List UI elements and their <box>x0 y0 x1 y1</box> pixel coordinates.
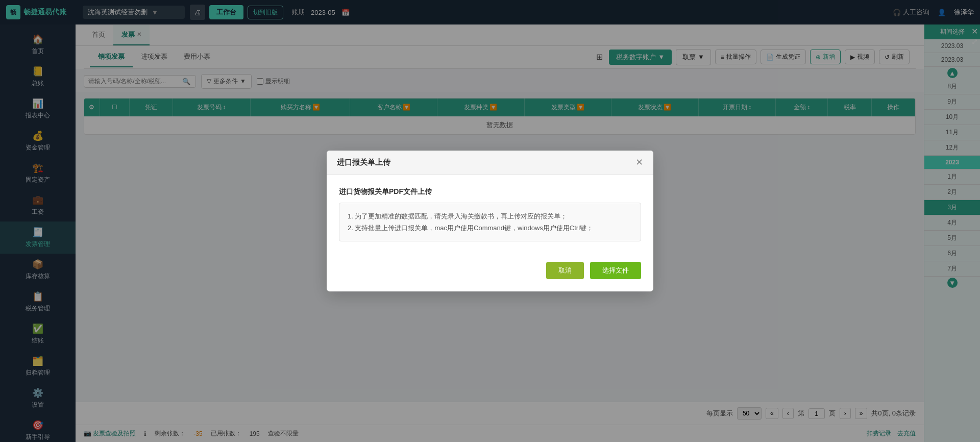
modal-info-line2: 2. 支持批量上传进口报关单，mac用户使用Command键，windows用户… <box>348 222 632 234</box>
modal-section-title: 进口货物报关单PDF文件上传 <box>339 187 641 197</box>
modal-select-file-button[interactable]: 选择文件 <box>590 262 641 279</box>
import-customs-modal: 进口报关单上传 ✕ 进口货物报关单PDF文件上传 1. 为了更加精准的数据匹配，… <box>327 151 653 292</box>
modal-close-button[interactable]: ✕ <box>635 158 643 167</box>
modal-overlay[interactable]: 进口报关单上传 ✕ 进口货物报关单PDF文件上传 1. 为了更加精准的数据匹配，… <box>0 0 980 442</box>
modal-footer: 取消 选择文件 <box>327 262 653 291</box>
modal-info-box: 1. 为了更加精准的数据匹配，请先录入海关缴款书，再上传对应的报关单； 2. 支… <box>339 203 641 242</box>
modal-cancel-button[interactable]: 取消 <box>546 262 584 279</box>
modal-info-line1: 1. 为了更加精准的数据匹配，请先录入海关缴款书，再上传对应的报关单； <box>348 210 632 222</box>
modal-header: 进口报关单上传 ✕ <box>327 151 653 175</box>
modal-body: 进口货物报关单PDF文件上传 1. 为了更加精准的数据匹配，请先录入海关缴款书，… <box>327 175 653 262</box>
modal-title: 进口报关单上传 <box>337 158 390 167</box>
